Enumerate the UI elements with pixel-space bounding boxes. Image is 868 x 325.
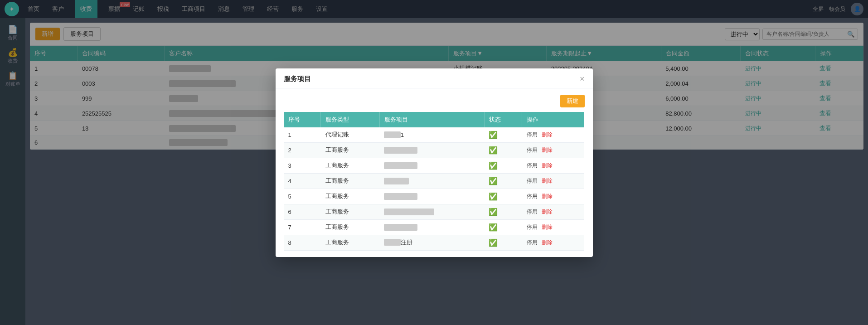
modal-close-btn[interactable]: × [580, 75, 585, 83]
modal-table-row: 8 工商服务 ████注册 ✅ 停用 删除 [284, 235, 585, 250]
modal-cell-type: 工商服务 [321, 189, 379, 204]
modal-cell-seq: 6 [284, 204, 321, 219]
modal-cell-status: ✅ [484, 127, 522, 143]
modal-cell-type: 工商服务 [321, 173, 379, 189]
modal-cell-action: 停用 删除 [522, 173, 585, 189]
modal-cell-status: ✅ [484, 189, 522, 204]
delete-btn[interactable]: 删除 [542, 193, 553, 200]
modal-table-row: 3 工商服务 ████████ ✅ 停用 删除 [284, 158, 585, 173]
modal-table-container: 序号 服务类型 服务项目 状态 操作 1 代理记账 ████1 ✅ [284, 112, 585, 251]
delete-btn[interactable]: 删除 [542, 162, 553, 170]
modal-cell-status: ✅ [484, 158, 522, 173]
modal-table-row: 2 工商服务 ████████ ✅ 停用 删除 [284, 142, 585, 158]
modal-header-row: 序号 服务类型 服务项目 状态 操作 [284, 112, 585, 127]
modal-cell-action: 停用 删除 [522, 235, 585, 250]
modal-header: 服务项目 × [276, 68, 593, 88]
modal-new-btn[interactable]: 新建 [560, 95, 585, 107]
delete-btn[interactable]: 删除 [542, 223, 553, 231]
modal-cell-status: ✅ [484, 142, 522, 158]
modal-cell-type: 工商服务 [321, 158, 379, 173]
modal-col-project: 服务项目 [379, 112, 484, 127]
modal-cell-project: ████████████ [379, 204, 484, 219]
modal-cell-project: ████1 [379, 127, 484, 143]
stop-btn[interactable]: 停用 [527, 239, 538, 247]
modal-cell-status: ✅ [484, 204, 522, 219]
stop-btn[interactable]: 停用 [527, 146, 538, 154]
stop-btn[interactable]: 停用 [527, 131, 538, 139]
modal-table-row: 6 工商服务 ████████████ ✅ 停用 删除 [284, 204, 585, 219]
delete-btn[interactable]: 删除 [542, 239, 553, 247]
modal-cell-action: 停用 删除 [522, 142, 585, 158]
modal-table-row: 4 工商服务 ██████ ✅ 停用 删除 [284, 173, 585, 189]
stop-btn[interactable]: 停用 [527, 177, 538, 185]
modal-cell-type: 工商服务 [321, 204, 379, 219]
stop-btn[interactable]: 停用 [527, 193, 538, 200]
modal-cell-project: ██████ [379, 173, 484, 189]
stop-btn[interactable]: 停用 [527, 208, 538, 216]
modal-col-type: 服务类型 [321, 112, 379, 127]
modal-cell-seq: 8 [284, 235, 321, 250]
modal-cell-project: ████████ [379, 219, 484, 235]
modal-cell-status: ✅ [484, 235, 522, 250]
modal-cell-status: ✅ [484, 219, 522, 235]
modal-cell-seq: 7 [284, 219, 321, 235]
delete-btn[interactable]: 删除 [542, 208, 553, 216]
modal-cell-action: 停用 删除 [522, 158, 585, 173]
modal-col-seq: 序号 [284, 112, 321, 127]
service-items-table: 序号 服务类型 服务项目 状态 操作 1 代理记账 ████1 ✅ [284, 112, 585, 251]
modal-col-action: 操作 [522, 112, 585, 127]
modal-cell-seq: 1 [284, 127, 321, 143]
modal-cell-seq: 5 [284, 189, 321, 204]
modal-title: 服务项目 [284, 75, 311, 83]
modal-cell-seq: 3 [284, 158, 321, 173]
modal-cell-project: ████注册 [379, 235, 484, 250]
delete-btn[interactable]: 删除 [542, 146, 553, 154]
modal-cell-project: ████████ [379, 158, 484, 173]
modal-overlay[interactable]: 服务项目 × 新建 序号 服务类型 服务项目 状态 操作 [0, 0, 868, 325]
modal-cell-seq: 2 [284, 142, 321, 158]
modal-col-status: 状态 [484, 112, 522, 127]
modal-cell-project: ████████ [379, 142, 484, 158]
modal-cell-seq: 4 [284, 173, 321, 189]
stop-btn[interactable]: 停用 [527, 223, 538, 231]
modal-cell-type: 工商服务 [321, 235, 379, 250]
modal-cell-type: 工商服务 [321, 142, 379, 158]
modal-table-row: 5 工商服务 ████████ ✅ 停用 删除 [284, 189, 585, 204]
delete-btn[interactable]: 删除 [542, 131, 553, 139]
modal-cell-action: 停用 删除 [522, 219, 585, 235]
modal-table-row: 1 代理记账 ████1 ✅ 停用 删除 [284, 127, 585, 143]
modal-cell-status: ✅ [484, 173, 522, 189]
modal-cell-action: 停用 删除 [522, 127, 585, 143]
modal-cell-type: 工商服务 [321, 219, 379, 235]
modal-cell-type: 代理记账 [321, 127, 379, 143]
modal-cell-project: ████████ [379, 189, 484, 204]
stop-btn[interactable]: 停用 [527, 162, 538, 170]
delete-btn[interactable]: 删除 [542, 177, 553, 185]
modal-table-row: 7 工商服务 ████████ ✅ 停用 删除 [284, 219, 585, 235]
modal-cell-action: 停用 删除 [522, 204, 585, 219]
modal-body: 新建 序号 服务类型 服务项目 状态 操作 [276, 88, 593, 257]
service-modal: 服务项目 × 新建 序号 服务类型 服务项目 状态 操作 [276, 68, 593, 257]
modal-toolbar: 新建 [284, 95, 585, 107]
modal-cell-action: 停用 删除 [522, 189, 585, 204]
